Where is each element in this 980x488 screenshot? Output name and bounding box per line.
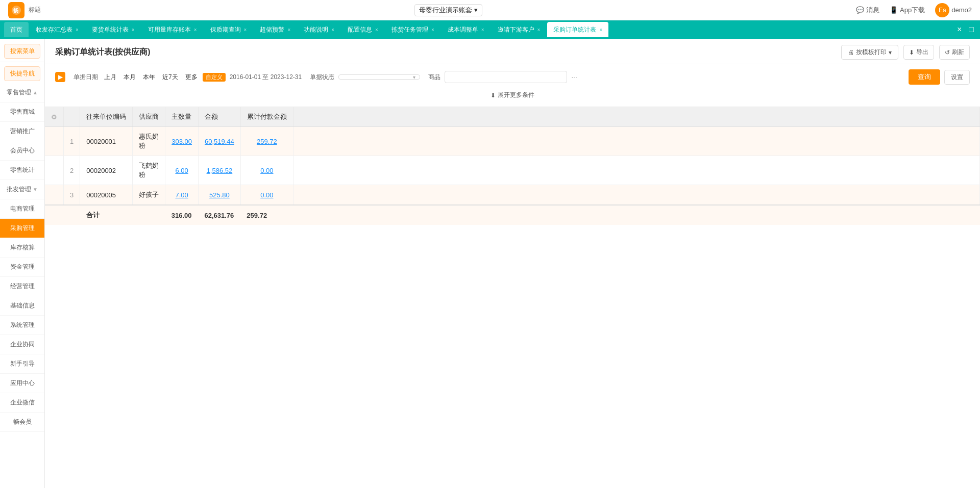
row-amount[interactable]: 525.80 xyxy=(199,185,241,206)
content-area: 采购订单统计表(按供应商) 🖨 按模板打印 ▾ ⬇ 导出 ↺ 刷新 xyxy=(45,39,980,488)
tab-peizhi-close[interactable]: × xyxy=(375,27,378,33)
col-settings[interactable]: ⚙ xyxy=(45,107,64,127)
message-icon: 💬 xyxy=(856,6,864,14)
tab-yaoqingxiayou-close[interactable]: × xyxy=(537,27,541,33)
sidebar-item-qiyexietong[interactable]: 企业协同 xyxy=(0,335,44,354)
date-shortcut-last-month[interactable]: 上月 xyxy=(102,72,118,83)
message-button[interactable]: 💬 消息 xyxy=(856,6,879,15)
row-paid[interactable]: 259.72 xyxy=(240,127,293,156)
print-label: 按模板打印 xyxy=(856,48,887,57)
refresh-button[interactable]: ↺ 刷新 xyxy=(939,45,970,60)
date-filter-group: 单据日期 上月 本月 本年 近7天 更多 自定义 2016-01-01 至 20… xyxy=(74,72,302,83)
row-amount[interactable]: 1,586.52 xyxy=(199,156,241,185)
filter-row-1: ▶ 单据日期 上月 本月 本年 近7天 更多 自定义 2016-01-01 至 xyxy=(55,69,970,85)
tab-gongneng[interactable]: 功能说明 × xyxy=(298,22,340,37)
tab-baoquanqi-close[interactable]: × xyxy=(244,27,247,33)
col-paid: 累计付款金额 xyxy=(240,107,293,127)
print-button[interactable]: 🖨 按模板打印 ▾ xyxy=(841,45,898,60)
tab-home-label: 首页 xyxy=(10,25,22,34)
close-all-button[interactable]: × xyxy=(955,24,964,35)
date-shortcut-7days[interactable]: 近7天 xyxy=(160,72,180,83)
sidebar-item-huiyuanzhongxin[interactable]: 会员中心 xyxy=(0,141,44,161)
tab-chaochuyujin-close[interactable]: × xyxy=(287,27,290,33)
tab-keyongliang[interactable]: 可用量库存账本 × xyxy=(142,22,203,37)
footer-supplier xyxy=(133,205,165,225)
username-label: demo2 xyxy=(951,6,972,14)
maximize-button[interactable]: □ xyxy=(967,24,976,35)
sidebar-item-lingshoutongji[interactable]: 零售统计 xyxy=(0,161,44,180)
sidebar-item-jingyingguanli[interactable]: 经营管理 xyxy=(0,277,44,296)
date-shortcut-more[interactable]: 更多 xyxy=(183,72,200,83)
user-profile[interactable]: Ea demo2 xyxy=(935,3,972,17)
app-download-button[interactable]: 📱 App下载 xyxy=(890,6,925,15)
sidebar-item-lingshoushangcheng[interactable]: 零售商城 xyxy=(0,102,44,122)
sidebar-lingshoutongji-label: 零售统计 xyxy=(10,166,35,174)
search-menu-button[interactable]: 搜索菜单 xyxy=(4,44,40,59)
sidebar-item-yingxiaotuiguang[interactable]: 营销推广 xyxy=(0,122,44,141)
date-custom-badge[interactable]: 自定义 xyxy=(203,73,226,82)
filter-expand-toggle[interactable]: ▶ xyxy=(55,72,65,82)
sidebar-item-changyuanvip[interactable]: 畅会员 xyxy=(0,413,44,432)
sidebar-quick-nav-area: 快捷导航 xyxy=(0,62,44,83)
tab-tuohuorenwu[interactable]: 拣货任务管理 × xyxy=(385,22,440,37)
export-button[interactable]: ⬇ 导出 xyxy=(903,45,934,60)
tab-tuohuorenwu-close[interactable]: × xyxy=(431,27,434,33)
tab-yaoqingxiayou[interactable]: 邀请下游客户 × xyxy=(492,22,547,37)
date-shortcuts: 上月 本月 本年 近7天 更多 自定义 xyxy=(102,72,226,83)
tab-keyongliang-close[interactable]: × xyxy=(194,27,197,33)
goods-input[interactable] xyxy=(445,71,567,83)
sidebar-item-xitongguanli[interactable]: 系统管理 xyxy=(0,316,44,335)
tab-gongneng-close[interactable]: × xyxy=(331,27,334,33)
logo-text: 标题 xyxy=(29,6,41,14)
row-qty[interactable]: 6.00 xyxy=(165,156,199,185)
goods-more-icon[interactable]: ··· xyxy=(571,73,577,81)
tab-chengbentiaoz[interactable]: 成本调整单 × xyxy=(442,22,491,37)
sidebar-item-zijinguanli[interactable]: 资金管理 xyxy=(0,258,44,277)
sidebar-item-caigouguanli[interactable]: 采购管理 xyxy=(0,219,44,238)
sidebar-item-kucunhesuan[interactable]: 库存核算 xyxy=(0,238,44,258)
nav-tab-actions: × □ xyxy=(955,24,976,35)
tab-chengbentiaoz-close[interactable]: × xyxy=(481,27,484,33)
row-amount[interactable]: 60,519.44 xyxy=(199,127,241,156)
row-qty[interactable]: 7.00 xyxy=(165,185,199,206)
tab-peizhi[interactable]: 配置信息 × xyxy=(341,22,384,37)
quick-nav-button[interactable]: 快捷导航 xyxy=(4,66,40,81)
tab-gongneng-label: 功能说明 xyxy=(304,25,328,34)
sidebar-item-qiyeweixin[interactable]: 企业微信 xyxy=(0,393,44,413)
row-paid[interactable]: 0.00 xyxy=(240,185,293,206)
expand-more-button[interactable]: ⬇ 展开更多条件 xyxy=(491,91,534,99)
row-paid[interactable]: 0.00 xyxy=(240,156,293,185)
tab-shoufacunhui[interactable]: 收发存汇总表 × xyxy=(30,22,85,37)
goods-filter-group: 商品 ··· xyxy=(428,71,577,83)
sidebar-item-xinshouyindao[interactable]: 新手引导 xyxy=(0,354,44,374)
query-button[interactable]: 查询 xyxy=(909,69,940,85)
expand-down-icon: ⬇ xyxy=(491,92,496,99)
tab-shoufacunhui-close[interactable]: × xyxy=(76,27,79,33)
sidebar-item-lingshouguan[interactable]: 零售管理 ▲ xyxy=(0,83,44,102)
table-body: 1 00020001 惠氏奶粉 303.00 60,519.44 259.72 … xyxy=(45,127,980,206)
sidebar-xinshouyindao-label: 新手引导 xyxy=(10,359,35,368)
tab-baoquanqi[interactable]: 保质期查询 × xyxy=(204,22,253,37)
table-footer: 合计 316.00 62,631.76 259.72 xyxy=(45,205,980,225)
sidebar-qiyexietong-label: 企业协同 xyxy=(10,340,35,349)
filter-settings-button[interactable]: 设置 xyxy=(944,70,970,85)
tab-caigoudan-close[interactable]: × xyxy=(599,27,602,33)
tab-chaochuyujin[interactable]: 超储预警 × xyxy=(254,22,297,37)
date-shortcut-this-year[interactable]: 本年 xyxy=(141,72,157,83)
row-seq: 3 xyxy=(64,185,80,206)
row-extra xyxy=(293,185,979,206)
tab-home[interactable]: 首页 xyxy=(4,22,29,37)
tab-yaohuo[interactable]: 要货单统计表 × xyxy=(86,22,141,37)
row-settings xyxy=(45,185,64,206)
date-shortcut-this-month[interactable]: 本月 xyxy=(121,72,138,83)
row-qty[interactable]: 303.00 xyxy=(165,127,199,156)
sidebar-item-jichuxinxi[interactable]: 基础信息 xyxy=(0,296,44,316)
sidebar-item-dianshangguan[interactable]: 电商管理 xyxy=(0,199,44,219)
tab-yaohuo-close[interactable]: × xyxy=(132,27,135,33)
sidebar-item-yingyongzhongxin[interactable]: 应用中心 xyxy=(0,374,44,393)
status-select[interactable] xyxy=(338,74,420,80)
tab-caigoudan[interactable]: 采购订单统计表 × xyxy=(547,22,608,37)
workspace-selector[interactable]: 母婴行业演示账套 ▾ xyxy=(414,4,482,16)
sidebar-item-pifaguanli[interactable]: 批发管理 ▼ xyxy=(0,180,44,199)
data-table: ⚙ 往来单位编码 供应商 主数量 金额 累计付款金额 1 00020001 惠氏… xyxy=(45,107,980,225)
